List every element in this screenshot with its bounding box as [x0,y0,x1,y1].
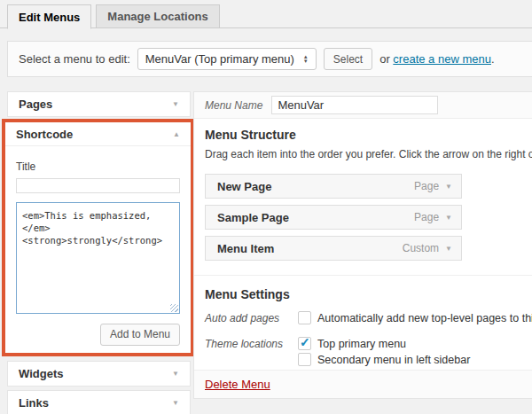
chevron-down-icon[interactable]: ▼ [445,214,452,222]
auto-add-pages-option[interactable]: Automatically add new top-level pages to… [298,311,532,324]
menu-name-input[interactable] [271,96,438,114]
title-label: Title [16,160,180,173]
menu-select-dropdown[interactable]: MenuVar (Top primary menu) ▲▼ [137,48,317,70]
or-text: or [379,52,390,66]
menu-item-title: New Page [217,180,271,193]
chevron-down-icon: ▼ [172,399,179,407]
chevron-down-icon: ▼ [172,370,179,378]
auto-add-pages-row: Auto add pages Automatically add new top… [205,311,532,327]
links-panel-header[interactable]: Links ▼ [8,391,190,414]
tab-edit-menus[interactable]: Edit Menus [7,4,91,29]
auto-add-pages-label: Auto add pages [205,311,298,324]
widgets-panel-header[interactable]: Widgets ▼ [8,362,190,386]
links-panel-label: Links [19,396,49,410]
menu-settings-section: Menu Settings Auto add pages Automatical… [205,287,532,369]
menu-editor-body: Menu Structure Drag each item into the o… [194,119,532,378]
top-primary-menu-option[interactable]: Top primary menu [298,337,470,350]
widgets-panel-label: Widgets [19,367,63,380]
pages-panel-label: Pages [19,98,52,111]
chevron-down-icon[interactable]: ▼ [445,245,452,253]
select-button[interactable]: Select [324,48,372,70]
menu-item-title: Sample Page [217,211,289,224]
menu-item-type: Page ▼ [414,211,452,223]
links-panel: Links ▼ [7,390,191,414]
pages-panel: Pages ▼ [7,91,191,117]
menu-item-type-label: Custom [403,242,439,254]
or-create-text: or create a new menu. [379,52,494,66]
menu-structure-heading: Menu Structure [205,128,532,142]
menu-item-row[interactable]: Menu Item Custom ▼ [205,236,462,261]
shortcode-panel-body: Title <em>This is emphasized,</em> <stro… [5,146,191,353]
section-divider [194,275,532,276]
menu-items-list: New Page Page ▼ Sample Page Page ▼ Menu … [205,174,532,261]
menu-item-row[interactable]: Sample Page Page ▼ [205,205,462,230]
menu-item-type: Page ▼ [414,180,452,192]
shortcode-panel-label: Shortcode [16,128,73,141]
tab-manage-locations[interactable]: Manage Locations [96,4,219,28]
theme-locations-label: Theme locations [205,337,298,350]
secondary-menu-option[interactable]: Secondary menu in left sidebar [298,353,470,366]
create-new-menu-link[interactable]: create a new menu [393,52,491,66]
menu-settings-heading: Menu Settings [205,287,532,301]
menu-item-type-label: Page [414,211,439,223]
top-primary-menu-label: Top primary menu [317,338,406,350]
title-input[interactable] [16,178,180,193]
checkbox-unchecked[interactable] [298,311,311,324]
secondary-menu-label: Secondary menu in left sidebar [317,354,470,366]
menu-item-type: Custom ▼ [403,242,452,254]
menu-select-bar: Select a menu to edit: MenuVar (Top prim… [7,41,532,77]
menu-editor-footer: Delete Menu [194,370,532,398]
theme-locations-row: Theme locations Top primary menu Seconda… [205,337,532,369]
menu-select-label: Select a menu to edit: [19,52,130,66]
accordion-sidebar: Pages ▼ Shortcode ▲ Title <em>This is em… [7,91,191,414]
menu-structure-help: Drag each item into the order you prefer… [205,148,532,160]
widgets-panel: Widgets ▼ [7,361,191,387]
select-updown-icon: ▲▼ [303,55,309,64]
menu-item-row[interactable]: New Page Page ▼ [205,174,462,199]
chevron-up-icon: ▲ [173,130,180,138]
theme-locations-options: Top primary menu Secondary menu in left … [298,337,470,369]
menu-name-header: Menu Name [194,92,532,119]
menu-name-label: Menu Name [205,99,262,112]
shortcode-panel: Shortcode ▲ Title <em>This is emphasized… [5,122,191,353]
period: . [491,52,495,66]
selected-menu-value: MenuVar (Top primary menu) [145,52,294,66]
shortcode-textarea[interactable]: <em>This is emphasized,</em> <strong>str… [16,202,180,314]
add-to-menu-button[interactable]: Add to Menu [100,324,180,346]
nav-tabs: Edit Menus Manage Locations [7,4,220,29]
shortcode-textarea-wrap: <em>This is emphasized,</em> <strong>str… [16,202,180,314]
menu-item-type-label: Page [414,180,439,192]
checkbox-checked[interactable] [298,337,311,350]
shortcode-panel-header[interactable]: Shortcode ▲ [5,122,191,146]
auto-add-pages-option-label: Automatically add new top-level pages to… [317,312,532,324]
pages-panel-header[interactable]: Pages ▼ [8,92,190,116]
chevron-down-icon[interactable]: ▼ [445,183,452,191]
shortcode-highlight-box: Shortcode ▲ Title <em>This is emphasized… [2,119,194,356]
menu-item-title: Menu Item [217,242,274,255]
menu-editor-panel: Menu Name Menu Structure Drag each item … [193,91,532,399]
delete-menu-link[interactable]: Delete Menu [205,378,270,391]
checkbox-unchecked[interactable] [298,353,311,366]
chevron-down-icon: ▼ [172,100,179,108]
resize-grip-icon[interactable] [170,304,178,312]
